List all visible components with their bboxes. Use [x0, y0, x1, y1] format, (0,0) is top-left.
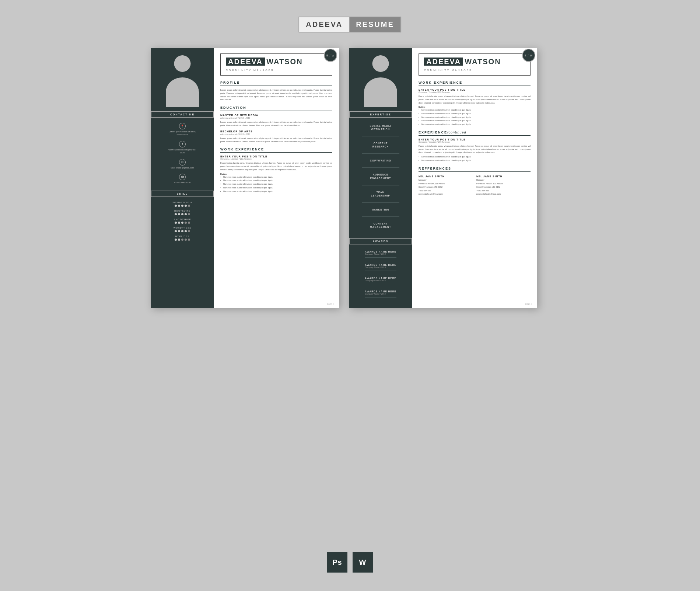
contact-email: ✉ your email @gmail.com	[151, 159, 214, 169]
awards-header: AWARDS	[349, 238, 412, 244]
dot	[185, 205, 187, 207]
dot	[181, 239, 183, 241]
expertise-content-research: CONTENTRESEARCH	[372, 142, 389, 148]
degree1-sub: colombia university / 2015 - 2016	[220, 117, 332, 119]
expertise-social: SOSIAL MEDIAOPTIMATION	[370, 124, 392, 131]
dot	[178, 205, 180, 207]
award2-name: AWARDS NAME HERE	[365, 264, 396, 266]
ref2-name: MS. JANE SMITH	[476, 174, 531, 179]
dot	[188, 205, 190, 207]
bullet-item: Nam non risus auctor elit rutrum blandit…	[419, 112, 531, 115]
page2-work1-text: Fusce lacinia lacinia porta. Vivamus tri…	[419, 95, 531, 104]
dot	[181, 222, 183, 224]
ref2-address: Street Frankston VIC 3182	[476, 185, 531, 189]
ref2-phone: +621-254-256	[476, 189, 531, 192]
bullet-item: Nam non risus auctor elit rutrum blandit…	[220, 190, 332, 193]
word-icon-box: W	[353, 552, 373, 573]
award1-name: AWARDS NAME HERE	[365, 250, 396, 253]
ref1-role: Manager	[419, 178, 473, 182]
dot	[188, 230, 190, 232]
skill-wordpress-dots	[155, 230, 209, 232]
ref1-email: peninsulahealth@mail.com	[419, 192, 473, 196]
page2-sidebar: EXPERTISE SOSIAL MEDIAOPTIMATION CONTENT…	[349, 48, 412, 308]
divider	[362, 153, 399, 154]
page1-number: page 1	[327, 303, 334, 305]
work1-text: Fusce lacinia lacinia porta. Vivamus tri…	[220, 161, 332, 171]
brand-name2: RESUME	[349, 17, 401, 32]
page1-sidebar: CONTACT ME 📍 Lorem ipsum dolor sit amet,…	[151, 48, 214, 308]
page2-silhouette	[355, 48, 406, 107]
divider	[362, 185, 399, 185]
page2-work2-sub: Company / Location / 2013-present	[419, 141, 531, 143]
page-2: EXPERTISE SOSIAL MEDIAOPTIMATION CONTENT…	[349, 48, 537, 308]
dot	[178, 213, 180, 215]
dot	[175, 205, 177, 207]
degree2-text: Lorem ipsum dolor sit amet, consectetur …	[220, 137, 332, 143]
page2-job-title: COMMUNITY MANAGER	[424, 69, 472, 72]
expertise-copywriting: COPYWRITING	[370, 159, 391, 162]
skill-hootsuite: HOOTSUITE	[151, 210, 214, 215]
skill-htmlcss-dots	[155, 239, 209, 241]
brand-header: ADEEVA RESUME	[298, 17, 401, 32]
brand-name1: ADEEVA	[299, 17, 349, 32]
dot	[178, 222, 180, 224]
page1-monogram: E / W	[324, 49, 337, 62]
bullet-item: Nam non risus auctor elit rutrum blandit…	[419, 119, 531, 122]
contact-me-header: CONTACT ME	[151, 111, 214, 118]
bullet-item: Nam non risus auctor elit rutrum blandit…	[419, 156, 531, 159]
expertise-content-mgmt: CONTENTMANAGEMENT	[370, 222, 391, 229]
skill-photoshop: PHOTOSHOP	[151, 218, 214, 224]
education-heading: EDUCATION	[220, 106, 332, 111]
bullet-item: Nam non risus auctor elit rutrum blandit…	[220, 179, 332, 182]
dot	[185, 239, 187, 241]
page2-name-line: ADEEVA WATSON	[424, 58, 501, 66]
dot	[188, 222, 190, 224]
ref2-company: Peninsula Health, 100 Acland	[476, 182, 531, 185]
photoshop-label: Ps	[332, 558, 342, 567]
page2-work1-sub: Company / Location / 2013-present	[419, 91, 531, 93]
divider	[362, 167, 399, 168]
duties-label: Duties:	[220, 173, 332, 175]
dot	[181, 230, 183, 232]
award4-company: Company Name / 2016	[365, 293, 396, 295]
email-text: your email @gmail.com	[171, 166, 194, 169]
skill-photoshop-dots	[155, 222, 209, 224]
dot	[175, 222, 177, 224]
skill-photoshop-label: PHOTOSHOP	[155, 218, 209, 220]
bullet-item: Nam non risus auctor elit rutrum blandit…	[220, 187, 332, 190]
award3-name: AWARDS NAME HERE	[365, 277, 396, 279]
divider	[362, 136, 399, 136]
expertise-team: TEAMLEADERSHIP	[371, 191, 390, 197]
page2-work2-title: ENTER YOUR POSITION TITLE	[419, 138, 531, 141]
page2-work1-bullets: Nam non risus auctor elit rutrum blandit…	[419, 109, 531, 126]
photoshop-icon-box: Ps	[327, 552, 347, 573]
dot	[175, 239, 177, 241]
skill-header: SKILL	[151, 191, 214, 197]
facebook-text: www.facebook.com/your ac-count	[168, 148, 196, 154]
dot	[178, 239, 180, 241]
dot	[175, 230, 177, 232]
email-icon: ✉	[179, 159, 186, 166]
page1-name-last: WATSON	[266, 58, 302, 66]
bullet-item: Nam non risus auctor elit rutrum blandit…	[419, 159, 531, 162]
page2-work2-text: Fusce lacinia lacinia porta. Vivamus tri…	[419, 145, 531, 154]
dot	[181, 205, 183, 207]
ref-grid: MS. JANE SMITH Manager Peninsula Health,…	[419, 174, 531, 196]
contact-phone: ☎ 0274-0000-0000	[151, 174, 214, 184]
divider	[362, 216, 399, 217]
skill-htmlcss: HTML/CSS	[151, 235, 214, 241]
page1-main: E / W ADEEVA WATSON COMMUNITY MANAGER PR…	[214, 48, 339, 308]
dot	[185, 230, 187, 232]
bullet-item: Nam non risus auctor elit rutrum blandit…	[419, 109, 531, 112]
page2-header-box: E / W ADEEVA WATSON COMMUNITY MANAGER	[419, 53, 531, 76]
page2-name-first: ADEEVA	[424, 58, 463, 66]
ref-heading: REFFERENCES	[419, 167, 531, 172]
ref1-company: Peninsula Health, 100 Acland	[419, 182, 473, 185]
bullet-item: Nam non risus auctor elit rutrum blandit…	[419, 123, 531, 126]
ref-2: MS. JANE SMITH Manager Peninsula Health,…	[476, 174, 531, 196]
location-icon: 📍	[179, 123, 186, 129]
degree1-title: MASTER OF NEW MEDIA	[220, 114, 332, 117]
ref1-phone: +621-254-256	[419, 189, 473, 192]
degree1-text: Lorem ipsum dolor sit amet, consectetur …	[220, 121, 332, 127]
page1-photo	[157, 48, 208, 107]
